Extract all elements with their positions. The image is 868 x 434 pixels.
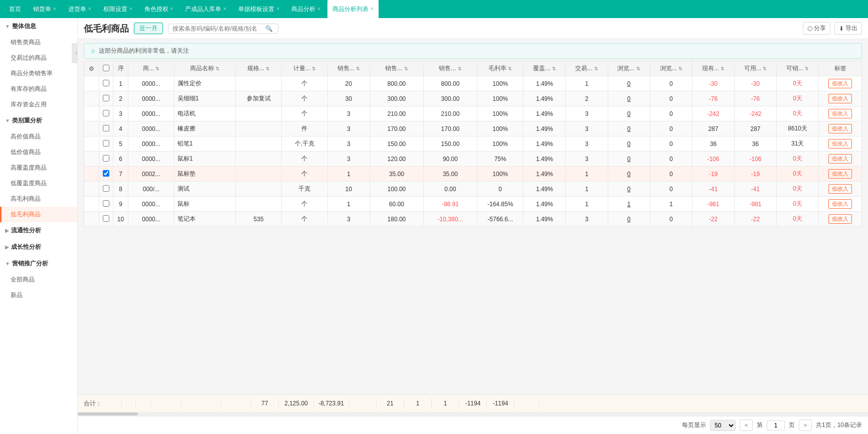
sidebar-item-new-goods[interactable]: 新品 — [0, 287, 77, 303]
cell-browse1[interactable]: 0 — [608, 121, 650, 136]
cell-checkbox[interactable] — [99, 152, 113, 167]
nav-close-goods-analysis-list[interactable]: × — [371, 0, 374, 18]
th-unit[interactable]: 计量... ⇅ — [281, 61, 327, 76]
cell-browse1[interactable]: 0 — [608, 182, 650, 197]
cell-checkbox[interactable] — [99, 197, 113, 212]
nav-close-template[interactable]: × — [276, 0, 279, 18]
table-container[interactable]: ⚙ 序 商... ⇅ 商品名称 ⇅ 规格... ⇅ 计量... ⇅ 销售... … — [84, 61, 862, 394]
cell-checkbox[interactable] — [99, 212, 113, 227]
sidebar-item-category-rate[interactable]: 商品分类销售率 — [0, 66, 77, 81]
nav-item-sales[interactable]: 销货单 × — [28, 0, 61, 18]
nav-item-purchase[interactable]: 进货单 × — [63, 0, 96, 18]
export-button[interactable]: ⬇ 导出 — [834, 22, 862, 35]
nav-item-roles[interactable]: 角色授权 × — [139, 0, 179, 18]
cell-settings[interactable] — [84, 136, 99, 152]
th-browse2[interactable]: 浏览... ⇅ — [650, 61, 692, 76]
cell-settings[interactable] — [84, 197, 99, 212]
sidebar-item-traded-goods[interactable]: 交易过的商品 — [0, 50, 77, 66]
horizontal-scrollbar[interactable] — [78, 412, 868, 416]
cell-checkbox[interactable] — [99, 136, 113, 152]
prev-page-button[interactable]: ＜ — [740, 419, 753, 431]
nav-item-goods-analysis-list[interactable]: 商品分析列表 × — [327, 0, 379, 18]
th-browse1[interactable]: 浏览... ⇅ — [608, 61, 650, 76]
cell-checkbox[interactable] — [99, 106, 113, 121]
sidebar-item-low-value[interactable]: 低价值商品 — [0, 144, 77, 160]
next-page-button[interactable]: ＞ — [799, 419, 812, 431]
cell-checkbox[interactable] — [99, 76, 113, 91]
cell-browse1[interactable]: 0 — [608, 76, 650, 91]
filter-recent-month-button[interactable]: 近一月 — [134, 23, 163, 34]
th-sales1[interactable]: 销售... ⇅ — [327, 61, 370, 76]
cell-settings[interactable] — [84, 182, 99, 197]
th-coverage[interactable]: 覆盖... ⇅ — [524, 61, 566, 76]
sidebar-item-high-margin[interactable]: 高毛利商品 — [0, 191, 77, 207]
nav-close-purchase[interactable]: × — [88, 0, 91, 18]
nav-item-goods-analysis[interactable]: 商品分析 × — [286, 0, 325, 18]
th-settings[interactable]: ⚙ — [84, 61, 99, 76]
sidebar-item-high-value[interactable]: 高价值商品 — [0, 129, 77, 144]
th-name[interactable]: 商品名称 ⇅ — [174, 61, 235, 76]
nav-close-sales[interactable]: × — [53, 0, 56, 18]
sidebar-section-category[interactable]: ▼ 类别重分析 — [0, 112, 77, 129]
nav-close-permissions[interactable]: × — [129, 0, 132, 18]
cell-browse1[interactable]: 0 — [608, 167, 650, 182]
cell-checkbox[interactable] — [99, 182, 113, 197]
sidebar-item-low-margin[interactable]: 低毛利商品 — [0, 207, 77, 222]
sidebar-section-marketing[interactable]: ▼ 营销推广分析 — [0, 255, 77, 272]
th-available[interactable]: 可用... ⇅ — [734, 61, 776, 76]
nav-close-products-in[interactable]: × — [223, 0, 226, 18]
nav-item-permissions[interactable]: 权限设置 × — [98, 0, 137, 18]
sidebar-collapse-button[interactable]: 《 — [72, 43, 78, 63]
share-button[interactable]: ⬡ 分享 — [803, 22, 830, 35]
per-page-select[interactable]: 50 100 200 — [710, 420, 736, 431]
th-checkbox[interactable] — [99, 61, 113, 76]
cell-checkbox[interactable] — [99, 91, 113, 106]
search-icon[interactable]: 🔍 — [265, 25, 273, 32]
cell-settings[interactable] — [84, 106, 99, 121]
cell-settings[interactable] — [84, 121, 99, 136]
sidebar-item-low-coverage[interactable]: 低覆盖度商品 — [0, 176, 77, 191]
cell-browse1[interactable]: 0 — [608, 106, 650, 121]
sidebar-section-circulation[interactable]: ▶ 流通性分析 — [0, 222, 77, 239]
nav-close-goods-analysis[interactable]: × — [317, 0, 320, 18]
sidebar-item-high-coverage[interactable]: 高覆盖度商品 — [0, 160, 77, 176]
sidebar-item-sales-goods[interactable]: 销售类商品 — [0, 35, 77, 50]
sidebar-item-all-goods[interactable]: 全部商品 — [0, 272, 77, 287]
nav-item-products-in[interactable]: 产成品入库单 × — [180, 0, 231, 18]
sidebar-item-stock-value[interactable]: 库存资金占用 — [0, 97, 77, 112]
cell-browse1[interactable]: 0 — [608, 91, 650, 106]
search-input[interactable] — [172, 25, 263, 32]
cell-browse1[interactable]: 1 — [608, 197, 650, 212]
th-saleable[interactable]: 可销... ⇅ — [777, 61, 819, 76]
page-number-input[interactable] — [767, 420, 785, 430]
export-icon: ⬇ — [839, 25, 844, 32]
cell-settings[interactable] — [84, 212, 99, 227]
cell-no: 1 — [113, 76, 128, 91]
th-trade[interactable]: 交易... ⇅ — [566, 61, 608, 76]
th-sales2[interactable]: 销售... ⇅ — [370, 61, 423, 76]
cell-coverage: 1.49% — [524, 197, 566, 212]
cell-settings[interactable] — [84, 167, 99, 182]
sidebar-section-overall[interactable]: ▼ 整体信息 — [0, 18, 77, 35]
th-stock[interactable]: 现有... ⇅ — [692, 61, 734, 76]
cell-browse1[interactable]: 0 — [608, 212, 650, 227]
th-code[interactable]: 商... ⇅ — [128, 61, 175, 76]
th-sales3[interactable]: 销售... ⇅ — [423, 61, 477, 76]
cell-settings[interactable] — [84, 76, 99, 91]
nav-item-home[interactable]: 首页 — [4, 0, 26, 18]
cell-browse1[interactable]: 0 — [608, 136, 650, 152]
cell-checkbox[interactable] — [99, 121, 113, 136]
cell-settings[interactable] — [84, 91, 99, 106]
sidebar-section-growth[interactable]: ▶ 成长性分析 — [0, 239, 77, 255]
th-spec[interactable]: 规格... ⇅ — [236, 61, 282, 76]
cell-sales1: 3 — [327, 106, 370, 121]
nav-item-template[interactable]: 单据模板设置 × — [233, 0, 284, 18]
scrollbar-thumb[interactable] — [78, 412, 138, 415]
sidebar-item-in-stock[interactable]: 有库存的商品 — [0, 81, 77, 97]
cell-settings[interactable] — [84, 152, 99, 167]
select-all-checkbox[interactable] — [103, 65, 109, 71]
nav-close-roles[interactable]: × — [170, 0, 173, 18]
th-margin[interactable]: 毛利率 ⇅ — [477, 61, 524, 76]
cell-browse1[interactable]: 0 — [608, 152, 650, 167]
cell-checkbox[interactable] — [99, 167, 113, 182]
